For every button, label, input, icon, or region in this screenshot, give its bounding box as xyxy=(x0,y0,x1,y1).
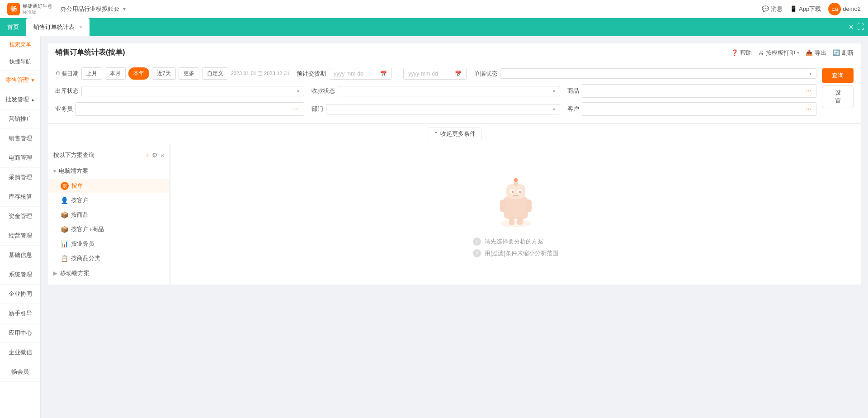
collapse-panel-icon[interactable]: « xyxy=(160,152,164,159)
date-btn-more[interactable]: 更多 xyxy=(179,67,199,80)
staff-filter-group: 业务员 ··· xyxy=(55,102,304,116)
logo-icon: 畅 xyxy=(7,3,20,15)
sidebar-item-sales[interactable]: 销售管理 xyxy=(0,129,40,148)
product-filter-group: 商品 ··· xyxy=(567,84,816,98)
left-panel: 按以下方案查询 + ⚙ « ▾ 电脑端方案 按 xyxy=(48,144,170,285)
tree-item-by-product[interactable]: 📦 按商品 xyxy=(48,208,170,222)
main-body: 按以下方案查询 + ⚙ « ▾ 电脑端方案 按 xyxy=(48,144,861,285)
help-button[interactable]: ❓ 帮助 xyxy=(731,49,752,57)
sidebar-item-newbie-label: 新手引导 xyxy=(9,309,32,318)
customer-filter-group: 客户 ··· xyxy=(567,102,816,116)
add-scheme-icon[interactable]: + xyxy=(145,151,149,159)
sidebar-item-wholesale[interactable]: 批发管理 ▲ xyxy=(0,90,40,109)
empty-hints: 1 请先选择要分析的方案 2 用[过滤]条件来缩小分析范围 xyxy=(473,238,558,257)
sidebar-item-newbie[interactable]: 新手引导 xyxy=(0,304,40,323)
tree-item-by-staff[interactable]: 📊 按业务员 xyxy=(48,237,170,251)
staff-input[interactable]: ··· xyxy=(75,102,304,116)
dispatch-select[interactable]: ▾ xyxy=(81,86,304,96)
tab-maximize-icon[interactable]: ⛶ xyxy=(857,23,864,31)
export-icon: 📤 xyxy=(806,49,813,56)
sidebar-item-corp[interactable]: 企业协同 xyxy=(0,285,40,304)
sidebar-item-finance[interactable]: 资金管理 xyxy=(0,207,40,226)
sidebar-item-appstore[interactable]: 应用中心 xyxy=(0,323,40,343)
sidebar-item-sales-label: 销售管理 xyxy=(9,134,32,142)
sidebar-item-basic[interactable]: 基础信息 xyxy=(0,246,40,265)
sidebar-item-inventory[interactable]: 库存核算 xyxy=(0,187,40,207)
tree-pc-group: ▾ 电脑端方案 按 按单 👤 按客户 xyxy=(48,163,170,266)
date-btn-custom[interactable]: 自定义 xyxy=(202,67,228,80)
user-profile[interactable]: Ea demo2 xyxy=(828,3,861,15)
export-button[interactable]: 📤 导出 xyxy=(806,49,826,57)
tab-home[interactable]: 首页 xyxy=(0,18,26,36)
tree-mobile-group-header[interactable]: ▶ 移动端方案 xyxy=(48,266,170,281)
dropdown-icon[interactable]: ▾ xyxy=(123,6,126,12)
tree-item-by-category[interactable]: 📋 按商品分类 xyxy=(48,251,170,266)
sidebar-quick-nav[interactable]: 快捷导航 xyxy=(0,53,40,71)
message-label: 消息 xyxy=(771,5,783,13)
svg-rect-11 xyxy=(513,195,519,196)
date-filter-label: 单据日期 xyxy=(55,70,79,78)
logo-sub1: 畅捷通好生意 xyxy=(23,3,52,9)
logo-area: 畅 畅捷通好生意 标准版 xyxy=(7,3,52,15)
svg-rect-2 xyxy=(500,200,505,212)
customer-input[interactable]: ··· xyxy=(582,102,816,116)
product-input[interactable]: ··· xyxy=(582,84,816,98)
date-btn-this-month[interactable]: 本月 xyxy=(105,67,126,80)
empty-hint-2: 2 用[过滤]条件来缩小分析范围 xyxy=(473,249,558,257)
svg-rect-3 xyxy=(526,200,532,212)
empty-state: 1 请先选择要分析的方案 2 用[过滤]条件来缩小分析范围 xyxy=(170,144,861,285)
sidebar-item-purchase-label: 采购管理 xyxy=(9,173,32,181)
tree-item-by-cust-prod[interactable]: 📦 按客户+商品 xyxy=(48,222,170,237)
tree-item-by-staff-icon: 📊 xyxy=(61,240,68,247)
filter-fields: 单据日期 上月 本月 本年 近7天 更多 自定义 2023-01-01 至 20… xyxy=(55,67,816,118)
sidebar-item-basic-label: 基础信息 xyxy=(9,251,32,259)
sidebar-item-ops[interactable]: 经营管理 xyxy=(0,226,40,246)
refresh-button[interactable]: 🔄 刷新 xyxy=(833,49,854,57)
message-icon: 💬 xyxy=(762,5,769,12)
tree-item-by-order[interactable]: 按 按单 xyxy=(48,179,170,193)
payment-select[interactable]: ▾ xyxy=(338,86,561,96)
expected-date-to[interactable]: yyyy-mm-dd 📅 xyxy=(403,68,467,80)
sidebar-item-marketing-label: 营销推广 xyxy=(9,115,32,123)
app-download-button[interactable]: 📱 App下载 xyxy=(790,5,821,13)
tab-minimize-icon[interactable]: × xyxy=(849,23,854,32)
sidebar-item-purchase[interactable]: 采购管理 xyxy=(0,168,40,187)
date-btn-this-year[interactable]: 本年 xyxy=(128,67,149,80)
export-label: 导出 xyxy=(815,49,826,57)
settings-button[interactable]: 设置 xyxy=(822,86,854,108)
dept-select[interactable]: ▾ xyxy=(326,104,561,114)
query-button[interactable]: 查询 xyxy=(822,68,854,83)
sidebar-item-retail[interactable]: 零售管理 ▼ xyxy=(0,71,40,90)
logo-text: 畅捷通好生意 标准版 xyxy=(23,3,52,15)
sidebar-item-marketing[interactable]: 营销推广 xyxy=(0,109,40,129)
tab-close-icon[interactable]: × xyxy=(79,24,82,30)
sidebar-item-ecom[interactable]: 电商管理 xyxy=(0,148,40,168)
tree-pc-group-header[interactable]: ▾ 电脑端方案 xyxy=(48,163,170,179)
sidebar-item-member-label: 畅会员 xyxy=(11,368,29,376)
payment-label: 收款状态 xyxy=(311,87,335,95)
sidebar-search-menu[interactable]: 搜索菜单 xyxy=(0,36,40,53)
date-btn-7days[interactable]: 近7天 xyxy=(152,67,176,80)
status-select[interactable]: ▾ xyxy=(500,68,816,79)
help-icon: ❓ xyxy=(731,49,738,56)
staff-dots[interactable]: ··· xyxy=(293,105,299,113)
message-button[interactable]: 💬 消息 xyxy=(762,5,783,13)
collapse-button[interactable]: ⌃ 收起更多条件 xyxy=(428,128,481,140)
sidebar-item-system[interactable]: 系统管理 xyxy=(0,265,40,285)
sidebar-item-member[interactable]: 畅会员 xyxy=(0,362,40,382)
tree-item-by-category-label: 按商品分类 xyxy=(71,254,100,262)
product-dots[interactable]: ··· xyxy=(806,87,811,95)
tree-item-by-cust-prod-label: 按客户+商品 xyxy=(71,225,104,233)
print-button[interactable]: 🖨 按模板打印 ▾ xyxy=(758,49,799,57)
sidebar-wholesale-arrow: ▲ xyxy=(31,97,35,102)
settings-scheme-icon[interactable]: ⚙ xyxy=(152,152,158,159)
expected-date-from[interactable]: yyyy-mm-dd 📅 xyxy=(329,68,392,80)
tree-item-by-customer[interactable]: 👤 按客户 xyxy=(48,193,170,208)
sidebar-item-wechat[interactable]: 企业微信 xyxy=(0,343,40,362)
expected-date-label: 预计交货期 xyxy=(297,70,326,78)
left-panel-title: 按以下方案查询 xyxy=(53,151,142,159)
tab-sales-order[interactable]: 销售订单统计表 × xyxy=(26,18,90,36)
date-btn-last-month[interactable]: 上月 xyxy=(81,67,102,80)
svg-point-9 xyxy=(511,190,514,193)
customer-dots[interactable]: ··· xyxy=(806,105,811,113)
